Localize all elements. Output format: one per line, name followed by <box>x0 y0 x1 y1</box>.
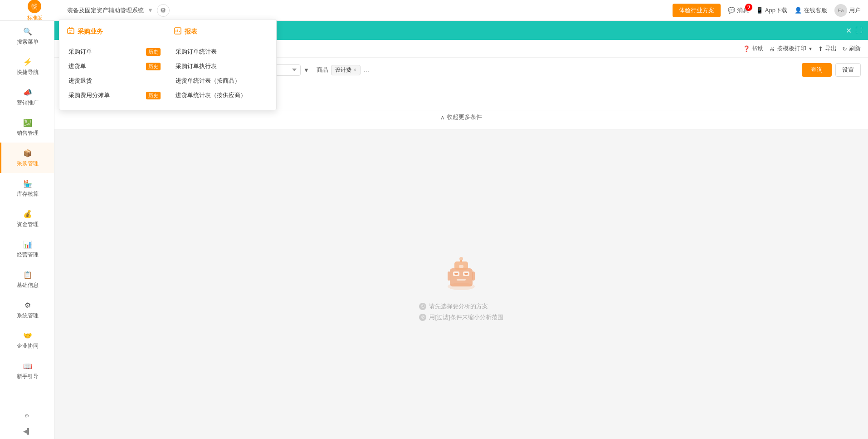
empty-hint-1-text: 请先选择要分析的方案 <box>429 302 488 311</box>
finance-icon: 💰 <box>23 209 33 219</box>
sidebar-label-finance: 资金管理 <box>17 221 39 228</box>
sidebar-settings-btn[interactable]: ⚙ <box>0 408 54 424</box>
sidebar-item-basic-info[interactable]: 📋 基础信息 <box>0 264 54 295</box>
user-btn[interactable]: Ea 用户 <box>834 4 861 17</box>
print-arrow-icon: ▼ <box>808 46 813 51</box>
svg-point-14 <box>459 257 463 261</box>
message-icon: 💬 <box>728 7 735 14</box>
sidebar-label-enterprise: 企业协同 <box>17 342 39 350</box>
dropdown-purchase-title: 采购业务 <box>67 27 162 39</box>
industry-btn[interactable]: 体验行业方案 <box>673 4 721 17</box>
purchase-section-title-text: 采购业务 <box>78 28 103 36</box>
sales-icon: 💹 <box>23 118 33 128</box>
logo-text: 标准版 <box>27 15 42 21</box>
basic-info-icon: 📋 <box>23 270 33 280</box>
service-icon: 👤 <box>795 7 802 14</box>
hint-circle-1: ① <box>419 303 426 310</box>
query-btn[interactable]: 查询 <box>802 63 832 77</box>
export-btn[interactable]: ⬆ 导出 <box>818 44 837 53</box>
sidebar-label-purchase: 采购管理 <box>17 160 39 168</box>
tab-window-controls: ✕ ⛶ <box>846 26 863 35</box>
sidebar-collapse-btn[interactable]: ◀▌ <box>0 424 54 439</box>
quick-nav-icon: ⚡ <box>23 57 33 67</box>
empty-hint-2-text: 用[过滤]条件来缩小分析范围 <box>429 313 503 321</box>
sidebar-item-enterprise[interactable]: 🤝 企业协同 <box>0 325 54 355</box>
empty-illustration <box>439 248 484 293</box>
svg-rect-7 <box>464 273 468 275</box>
purchase-icon: 📦 <box>23 148 33 158</box>
dropdown-item-report-0[interactable]: 采购订单统计表 <box>174 44 269 59</box>
sidebar-item-operations[interactable]: 📊 经营管理 <box>0 234 54 264</box>
svg-rect-8 <box>457 279 466 281</box>
sidebar-bottom: ⚙ ◀▌ <box>0 408 54 439</box>
refresh-btn[interactable]: ↻ 刷新 <box>842 44 861 53</box>
window-close-icon[interactable]: ✕ <box>846 26 852 35</box>
goods-tag-close[interactable]: × <box>353 67 356 73</box>
sidebar-item-search[interactable]: 🔍 搜索菜单 <box>0 21 54 51</box>
sidebar-label-guide: 新手引导 <box>17 373 39 380</box>
settings-bottom-icon: ⚙ <box>24 413 29 419</box>
message-btn[interactable]: 💬 消息 9 <box>728 6 749 15</box>
setting-btn[interactable]: 设置 <box>835 63 861 77</box>
sidebar-item-marketing[interactable]: 📣 营销推广 <box>0 82 54 112</box>
sidebar-item-guide[interactable]: 📖 新手引导 <box>0 355 54 386</box>
dropdown-item-receive[interactable]: 进货单 历史 <box>67 59 162 74</box>
order-status-arrow: ▼ <box>303 67 309 74</box>
report-section-title-text: 报表 <box>185 28 197 36</box>
svg-rect-9 <box>448 271 450 281</box>
system-settings-icon[interactable]: ⚙ <box>157 4 170 17</box>
dropdown-item-report-1[interactable]: 采购订单执行表 <box>174 59 269 74</box>
svg-rect-10 <box>472 271 475 281</box>
dropdown-item-expense[interactable]: 采购费用分摊单 历史 <box>67 88 162 103</box>
svg-rect-3 <box>450 268 473 286</box>
hint-circle-2: ② <box>419 314 426 321</box>
svg-rect-12 <box>459 265 463 268</box>
operations-icon: 📊 <box>23 239 33 249</box>
enterprise-icon: 🤝 <box>23 330 33 340</box>
sidebar-item-inventory[interactable]: 🏪 库存核算 <box>0 173 54 203</box>
sidebar-item-purchase[interactable]: 📦 采购管理 <box>0 143 54 173</box>
sidebar-label-sales: 销售管理 <box>17 129 39 137</box>
empty-hint-2: ② 用[过滤]条件来缩小分析范围 <box>419 313 503 321</box>
refresh-icon: ↻ <box>842 45 847 52</box>
sidebar-item-quick-nav[interactable]: ⚡ 快捷导航 <box>0 51 54 82</box>
report-section-icon <box>174 27 182 36</box>
sidebar-item-system[interactable]: ⚙ 系统管理 <box>0 295 54 325</box>
goods-dots-btn[interactable]: ... <box>363 66 369 74</box>
sidebar-label-search: 搜索菜单 <box>17 38 39 46</box>
collapse-filter-btn[interactable]: ∧ 收起更多条件 <box>62 110 861 124</box>
guide-icon: 📖 <box>23 361 33 371</box>
sidebar-label-basic-info: 基础信息 <box>17 281 39 289</box>
dropdown-divider <box>168 27 168 103</box>
app-download-btn[interactable]: 📱 App下载 <box>756 6 787 15</box>
print-btn[interactable]: 🖨 按模板打印 ▼ <box>769 44 813 53</box>
sidebar-item-sales[interactable]: 💹 销售管理 <box>0 112 54 143</box>
goods-label: 商品 <box>317 66 328 74</box>
empty-state: ① 请先选择要分析的方案 ② 用[过滤]条件来缩小分析范围 <box>54 130 868 439</box>
goods-value: 设计费 <box>335 66 351 74</box>
dropdown-item-return[interactable]: 进货退货 <box>67 74 162 88</box>
dropdown-report-col: 报表 采购订单统计表 采购订单执行表 进货单统计表（按商品） 进货单统计表（按供… <box>174 27 269 103</box>
dropdown-item-report-3[interactable]: 进货单统计表（按供应商） <box>174 88 269 103</box>
system-name-arrow[interactable]: ▼ <box>147 7 153 14</box>
history-tag-3: 历史 <box>146 92 161 99</box>
inventory-icon: 🏪 <box>23 178 33 188</box>
online-service-btn[interactable]: 👤 在线客服 <box>795 6 827 15</box>
logo-area: 畅 标准版 <box>7 0 62 21</box>
sidebar-label-operations: 经营管理 <box>17 251 39 259</box>
dropdown-item-purchase-order[interactable]: 采购订单 历史 <box>67 44 162 59</box>
help-btn[interactable]: ❓ 帮助 <box>743 44 764 53</box>
sidebar: 🔍 搜索菜单 ⚡ 快捷导航 📣 营销推广 💹 销售管理 📦 采购管理 🏪 库存核… <box>0 21 54 439</box>
collapse-icon: ◀▌ <box>23 428 31 434</box>
window-maximize-icon[interactable]: ⛶ <box>855 26 863 35</box>
print-icon: 🖨 <box>769 45 775 52</box>
sidebar-item-finance[interactable]: 💰 资金管理 <box>0 203 54 234</box>
dropdown-item-report-2[interactable]: 进货单统计表（按商品） <box>174 74 269 88</box>
message-badge: 9 <box>745 4 752 11</box>
empty-hint-1: ① 请先选择要分析的方案 <box>419 302 503 311</box>
help-icon: ❓ <box>743 45 750 52</box>
top-header: 畅 标准版 装备及固定资产辅助管理系统 ▼ ⚙ 体验行业方案 💬 消息 9 📱 … <box>0 0 868 21</box>
history-tag-1: 历史 <box>146 63 161 70</box>
history-tag-0: 历史 <box>146 48 161 56</box>
sidebar-label-system: 系统管理 <box>17 312 39 320</box>
